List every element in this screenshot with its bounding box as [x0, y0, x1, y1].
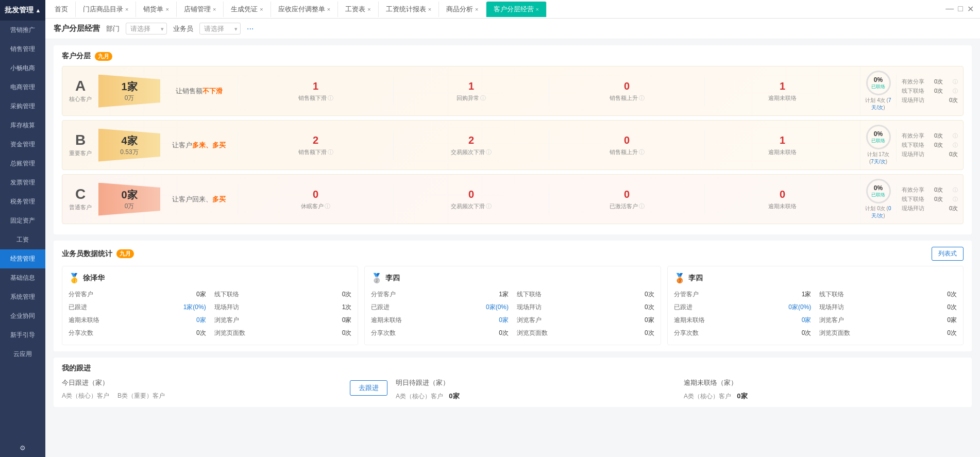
staff-stat-row-0-3: 现场拜访 1次 [214, 302, 352, 313]
sidebar-item-固定资产[interactable]: 固定资产 [0, 211, 45, 230]
rs-val-B-1: 0次 [934, 141, 943, 149]
tier-stat-B-3: 1 逾期未联络 [704, 130, 860, 160]
staff-stat-val-0-2[interactable]: 1家(0%) [183, 303, 206, 312]
tab-工资统计报表[interactable]: 工资统计报表× [379, 2, 439, 17]
tier-label-A: A核心客户 [62, 71, 98, 111]
sidebar-item-系统管理[interactable]: 系统管理 [0, 287, 45, 307]
plan-text-B: 计划 17次 (7天/次) [865, 151, 892, 165]
stat-info-icon[interactable]: ⓘ [486, 202, 492, 210]
staff-stat-label-1-2: 已跟进 [371, 303, 390, 312]
tab-工资表[interactable]: 工资表× [338, 2, 378, 17]
tier-count-big-B: 4家 [121, 134, 137, 148]
tab-close-门店商品目录[interactable]: × [125, 6, 128, 12]
staff-stat-val-2-2[interactable]: 0家(0%) [788, 303, 811, 312]
tab-销货单[interactable]: 销货单× [136, 2, 176, 17]
dept-select[interactable]: 请选择 [126, 23, 167, 35]
stat-info-icon[interactable]: ⓘ [486, 148, 492, 156]
staff-stat-val-1-2[interactable]: 0家(0%) [486, 303, 509, 312]
stat-info-icon[interactable]: ⓘ [639, 148, 645, 156]
sidebar-item-小畅电商[interactable]: 小畅电商 [0, 59, 45, 78]
sidebar-settings[interactable]: ⚙ [0, 439, 45, 457]
tab-close-工资表[interactable]: × [367, 6, 370, 12]
goto-followup-btn[interactable]: 去跟进 [350, 380, 387, 396]
tab-close-工资统计报表[interactable]: × [428, 6, 431, 12]
sidebar-item-电商管理[interactable]: 电商管理 [0, 78, 45, 97]
sidebar-item-新手引导[interactable]: 新手引导 [0, 326, 45, 345]
tab-生成凭证[interactable]: 生成凭证× [224, 2, 271, 17]
rs-info-icon[interactable]: ⓘ [953, 142, 958, 149]
sidebar-item-云应用[interactable]: 云应用 [0, 345, 45, 364]
list-view-btn[interactable]: 列表式 [932, 247, 964, 261]
dept-label: 部门 [106, 24, 120, 33]
tab-首页[interactable]: 首页 [47, 2, 76, 17]
staff-stat-row-1-6: 分享次数 0次 [371, 328, 509, 338]
plan-link-c[interactable]: 0天/次 [871, 206, 891, 218]
staff-stat-val-2-3: 0次 [947, 303, 957, 312]
stat-info-icon[interactable]: ⓘ [328, 94, 333, 102]
staff-stat-val-1-4[interactable]: 0家 [499, 316, 509, 325]
stat-info-icon[interactable]: ⓘ [325, 202, 330, 210]
tab-close-客户分层经营[interactable]: × [536, 6, 539, 12]
sidebar-item-税务管理[interactable]: 税务管理 [0, 192, 45, 211]
staff-stat-val-2-4[interactable]: 0家 [802, 316, 812, 325]
staff-stat-val-0-4[interactable]: 0家 [196, 316, 206, 325]
tier-slogan-highlight-B: 多来、多买 [192, 141, 226, 150]
tab-商品分析[interactable]: 商品分析× [439, 2, 486, 17]
tier-label-B: B重要客户 [62, 125, 98, 165]
main-area: 首页门店商品目录×销货单×店铺管理×生成凭证×应收应付调整单×工资表×工资统计报… [45, 0, 980, 457]
tab-close-商品分析[interactable]: × [475, 6, 478, 12]
today-followup-col: 今日跟进（家） A类（核心）客户 B类（重要）客户 [62, 378, 342, 400]
tab-close-icon[interactable]: ✕ [967, 4, 974, 14]
sidebar-item-基础信息[interactable]: 基础信息 [0, 268, 45, 287]
sidebar-item-企业协同[interactable]: 企业协同 [0, 307, 45, 326]
sidebar-item-采购管理[interactable]: 采购管理 [0, 97, 45, 116]
stat-info-icon[interactable]: ⓘ [328, 148, 333, 156]
tab-restore-icon[interactable]: □ [958, 4, 963, 14]
stat-num-C-0: 0 [313, 189, 318, 200]
tab-close-应收应付调整单[interactable]: × [327, 6, 330, 12]
sidebar-item-发票管理[interactable]: 发票管理 [0, 173, 45, 192]
more-filter-icon[interactable]: ··· [247, 24, 254, 33]
stat-info-icon[interactable]: ⓘ [639, 94, 645, 102]
settings-icon[interactable]: ⚙ [20, 444, 26, 452]
sidebar-item-经营管理[interactable]: 经营管理 [0, 249, 45, 268]
sidebar-item-资金管理[interactable]: 资金管理 [0, 135, 45, 154]
sidebar-item-营销推广[interactable]: 营销推广 [0, 21, 45, 40]
sidebar-expand-icon[interactable]: ▲ [36, 7, 41, 13]
plan-link-${tier.letter}[interactable]: 7天/次 [871, 97, 891, 110]
staff-stat-row-1-0: 分管客户 1家 [371, 289, 509, 300]
sidebar-item-工资[interactable]: 工资 [0, 230, 45, 249]
staff-stat-val-1-6: 0次 [499, 329, 509, 337]
tier-stat-A-1: 1 回购异常 ⓘ [393, 76, 549, 106]
tier-stat-C-3: 0 逾期未联络 [704, 184, 860, 214]
plan-link-${tier.letter}[interactable]: 7天/次 [871, 159, 885, 164]
stat-num-C-1: 0 [468, 189, 474, 200]
tab-应收应付调整单[interactable]: 应收应付调整单× [271, 2, 338, 17]
tab-门店商品目录[interactable]: 门店商品目录× [76, 2, 136, 17]
tier-count-big-A: 1家 [121, 80, 137, 94]
tab-店铺管理[interactable]: 店铺管理× [177, 2, 224, 17]
sidebar-item-销售管理[interactable]: 销售管理 [0, 40, 45, 59]
staff-stat-val-0-0: 0家 [196, 290, 206, 299]
sidebar-item-库存核算[interactable]: 库存核算 [0, 116, 45, 135]
rs-info-icon[interactable]: ⓘ [953, 78, 958, 86]
staff-stat-label-2-6: 分享次数 [674, 329, 699, 337]
tab-close-生成凭证[interactable]: × [260, 6, 263, 12]
rs-info-icon[interactable]: ⓘ [953, 132, 958, 140]
rs-info-icon[interactable]: ⓘ [953, 196, 958, 203]
overdue-followup-col: 逾期未联络（家） A类（核心）客户 0家 [684, 378, 964, 401]
sidebar-item-总账管理[interactable]: 总账管理 [0, 154, 45, 173]
staff-select[interactable]: 请选择 [199, 23, 241, 35]
tab-客户分层经营[interactable]: 客户分层经营× [486, 2, 547, 17]
tab-close-销货单[interactable]: × [165, 6, 168, 12]
tab-close-店铺管理[interactable]: × [213, 6, 216, 12]
stat-info-icon[interactable]: ⓘ [480, 94, 486, 102]
rs-info-icon[interactable]: ⓘ [953, 88, 958, 95]
circle-progress-A: 0% 已联络 [866, 71, 891, 95]
stat-info-icon[interactable]: ⓘ [639, 202, 645, 210]
goto-followup-btn-wrap: 去跟进 [350, 378, 387, 396]
rs-row-C-0: 有效分享0次ⓘ [902, 186, 958, 194]
rs-info-icon[interactable]: ⓘ [953, 187, 958, 194]
tab-minimize-icon[interactable]: — [945, 4, 954, 14]
rs-label-C-2: 现场拜访 [902, 205, 924, 212]
